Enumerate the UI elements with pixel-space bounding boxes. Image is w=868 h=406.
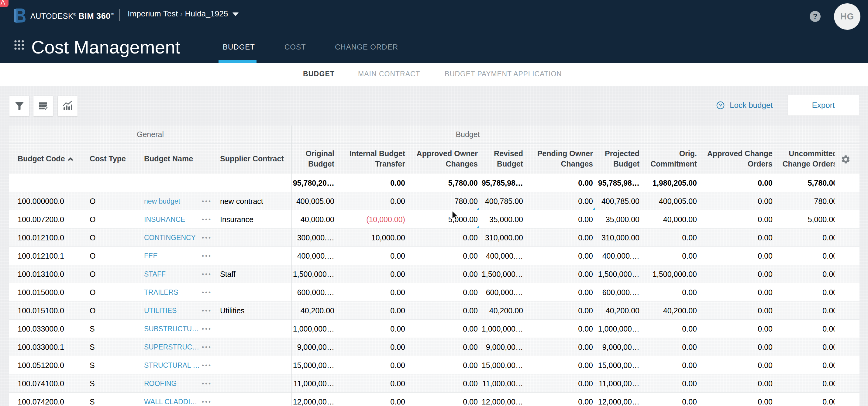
svg-text:?: ? xyxy=(719,103,722,108)
